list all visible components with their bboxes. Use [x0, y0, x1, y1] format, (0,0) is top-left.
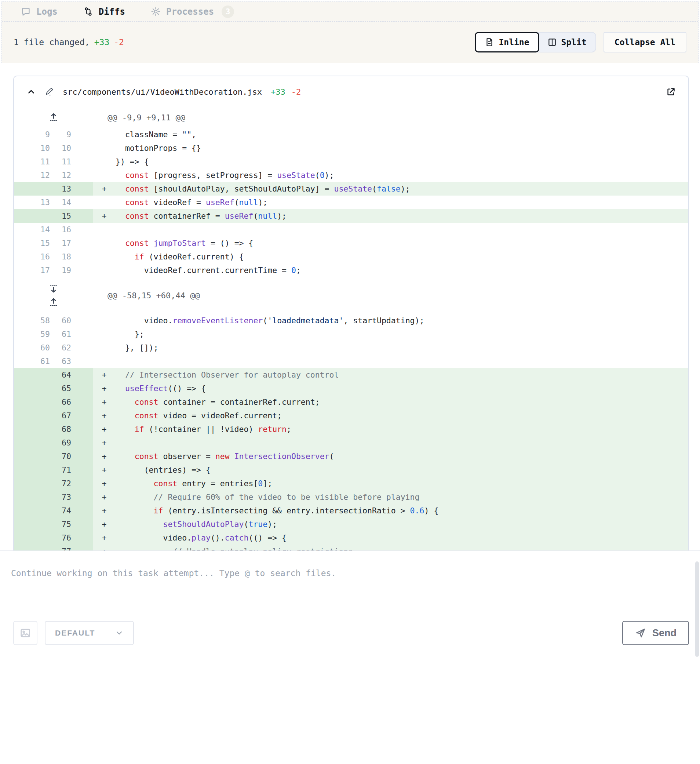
split-view-button[interactable]: Split — [539, 33, 595, 52]
open-external-icon[interactable] — [666, 87, 676, 97]
summary-additions: +33 — [94, 38, 110, 47]
new-line-number: 17 — [50, 236, 71, 250]
old-line-number — [14, 382, 50, 395]
split-view-icon — [547, 38, 557, 47]
expand-up-icon[interactable] — [48, 112, 59, 123]
code-text: }, []); — [116, 341, 688, 354]
diff-marker: + — [93, 395, 116, 409]
code-text — [116, 223, 688, 236]
diff-line: 1314 const videoRef = useRef(null); — [14, 196, 688, 209]
new-line-number: 15 — [50, 209, 71, 223]
composer-controls: DEFAULT Send — [13, 621, 689, 645]
prompt-input[interactable] — [11, 568, 561, 590]
old-line-number — [14, 490, 50, 504]
new-line-number: 11 — [50, 155, 71, 168]
old-line-number — [14, 477, 50, 490]
code-text: // Require 60% of the video to be visibl… — [116, 490, 688, 504]
inline-view-button[interactable]: Inline — [475, 32, 539, 52]
file-header: src/components/ui/VideoWithDecoration.js… — [14, 76, 688, 107]
new-line-number: 76 — [50, 531, 71, 545]
tab-logs[interactable]: Logs — [21, 6, 58, 17]
code-text: const video = videoRef.current; — [116, 409, 688, 423]
collapse-all-button[interactable]: Collapse All — [603, 32, 686, 52]
old-line-number: 12 — [14, 168, 50, 182]
old-line-number — [14, 531, 50, 545]
diff-marker: + — [93, 423, 116, 436]
diff-marker: + — [93, 463, 116, 477]
diff-line: 67+ const video = videoRef.current; — [14, 409, 688, 423]
diff-marker — [93, 128, 116, 141]
new-line-number: 71 — [50, 463, 71, 477]
send-label: Send — [652, 628, 677, 639]
old-line-number: 61 — [14, 354, 50, 368]
code-text: (entries) => { — [116, 463, 688, 477]
diff-marker: + — [93, 490, 116, 504]
old-line-number — [14, 449, 50, 463]
old-line-number — [14, 209, 50, 223]
expand-up-icon[interactable] — [48, 297, 59, 308]
diff-marker — [93, 236, 116, 250]
edit-file-icon — [45, 87, 54, 97]
code-text: className = "", — [116, 128, 688, 141]
diff-marker: + — [93, 182, 116, 196]
diff-marker: + — [93, 477, 116, 490]
diff-line: 72+ const entry = entries[0]; — [14, 477, 688, 490]
diff-line: 71+ (entries) => { — [14, 463, 688, 477]
collapse-file-icon[interactable] — [27, 87, 36, 97]
diff-line: 65+ useEffect(() => { — [14, 382, 688, 395]
code-text: const jumpToStart = () => { — [116, 236, 688, 250]
tab-processes[interactable]: Processes 3 — [151, 6, 234, 18]
collapse-all-label: Collapse All — [614, 38, 675, 47]
new-line-number: 13 — [50, 182, 71, 196]
attach-image-button[interactable] — [13, 621, 38, 645]
diff-marker — [93, 155, 116, 168]
diff-line: 6163 — [14, 354, 688, 368]
new-line-number: 9 — [50, 128, 71, 141]
model-selector[interactable]: DEFAULT — [45, 621, 134, 645]
diff-marker: + — [93, 449, 116, 463]
diff-line: 1111}) => { — [14, 155, 688, 168]
code-text: // Intersection Observer for autoplay co… — [116, 368, 688, 382]
diff-line: 6062 }, []); — [14, 341, 688, 354]
code-text: const entry = entries[0]; — [116, 477, 688, 490]
send-button[interactable]: Send — [622, 621, 689, 645]
new-line-number: 62 — [50, 341, 71, 354]
chat-bubble-icon — [21, 6, 31, 17]
diff-marker — [93, 250, 116, 263]
new-line-number: 19 — [50, 263, 71, 277]
old-line-number — [14, 423, 50, 436]
new-line-number: 61 — [50, 327, 71, 341]
hunk-header-row: @@ -58,15 +60,44 @@ — [14, 277, 688, 314]
file-additions: +33 — [271, 87, 286, 97]
code-text: const [shouldAutoPlay, setShouldAutoPlay… — [116, 182, 688, 196]
diff-line: 1517 const jumpToStart = () => { — [14, 236, 688, 250]
code-text: video.play().catch(() => { — [116, 531, 688, 545]
new-line-number: 67 — [50, 409, 71, 423]
tab-diffs[interactable]: Diffs — [83, 6, 125, 17]
new-line-number: 73 — [50, 490, 71, 504]
diff-marker — [93, 327, 116, 341]
tab-diffs-label: Diffs — [99, 6, 125, 17]
files-changed-summary: 1 file changed, +33 -2 — [14, 38, 124, 47]
new-line-number: 69 — [50, 436, 71, 449]
diff-line: 64+ // Intersection Observer for autopla… — [14, 368, 688, 382]
new-line-number: 72 — [50, 477, 71, 490]
old-line-number: 15 — [14, 236, 50, 250]
scrollbar-thumb[interactable] — [695, 561, 699, 657]
code-text: const containerRef = useRef(null); — [116, 209, 688, 223]
diff-marker: + — [93, 504, 116, 517]
diff-line: 5860 video.removeEventListener('loadedme… — [14, 314, 688, 327]
expand-down-icon[interactable] — [48, 283, 59, 294]
diff-line: 1416 — [14, 223, 688, 236]
old-line-number: 58 — [14, 314, 50, 327]
new-line-number: 75 — [50, 517, 71, 531]
diff-marker: + — [93, 517, 116, 531]
diff-toolbar: 1 file changed, +33 -2 Inline Split Coll… — [2, 22, 698, 63]
diff-panel: src/components/ui/VideoWithDecoration.js… — [0, 75, 700, 657]
diff-line: 70+ const observer = new IntersectionObs… — [14, 449, 688, 463]
diff-marker: + — [93, 409, 116, 423]
gear-icon — [151, 6, 161, 17]
diff-line: 75+ setShouldAutoPlay(true); — [14, 517, 688, 531]
new-line-number: 74 — [50, 504, 71, 517]
code-text: const [progress, setProgress] = useState… — [116, 168, 688, 182]
